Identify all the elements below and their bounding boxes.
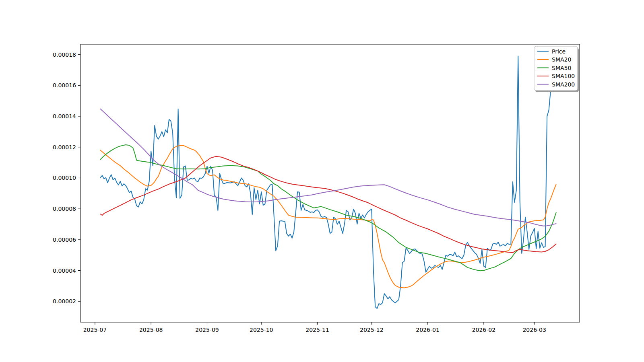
x-tick-label: 2026-02: [472, 327, 496, 333]
x-tick-label: 2026-03: [522, 327, 546, 333]
legend-label-sma50: SMA50: [552, 65, 571, 71]
legend-label-price: Price: [552, 48, 566, 55]
price-sma-line-chart: 2025-072025-082025-092025-102025-112025-…: [0, 0, 644, 362]
legend-label-sma100: SMA100: [552, 73, 575, 79]
x-tick-label: 2025-09: [195, 327, 219, 333]
figure-canvas: 2025-072025-082025-092025-102025-112025-…: [0, 0, 644, 362]
x-tick-label: 2025-12: [360, 327, 384, 333]
x-tick-label: 2025-11: [305, 327, 329, 333]
legend-label-sma20: SMA20: [552, 56, 571, 63]
legend-label-sma200: SMA200: [552, 81, 575, 88]
x-tick-label: 2026-01: [416, 327, 440, 333]
x-tick-label: 2025-08: [139, 327, 163, 333]
y-tick-label: 0.00016: [53, 82, 76, 88]
y-tick-label: 0.00006: [53, 237, 76, 243]
y-tick-label: 0.00010: [53, 175, 76, 181]
y-tick-label: 0.00004: [53, 267, 76, 274]
y-tick-label: 0.00002: [53, 298, 76, 304]
page: { "figure": {"width": 1600, "height": 90…: [0, 0, 644, 362]
x-tick-label: 2025-10: [250, 327, 273, 333]
y-tick-label: 0.00018: [53, 51, 76, 58]
y-tick-label: 0.00008: [53, 206, 76, 212]
y-tick-label: 0.00014: [53, 113, 76, 119]
x-tick-label: 2025-07: [83, 327, 107, 333]
y-tick-label: 0.00012: [53, 144, 76, 150]
